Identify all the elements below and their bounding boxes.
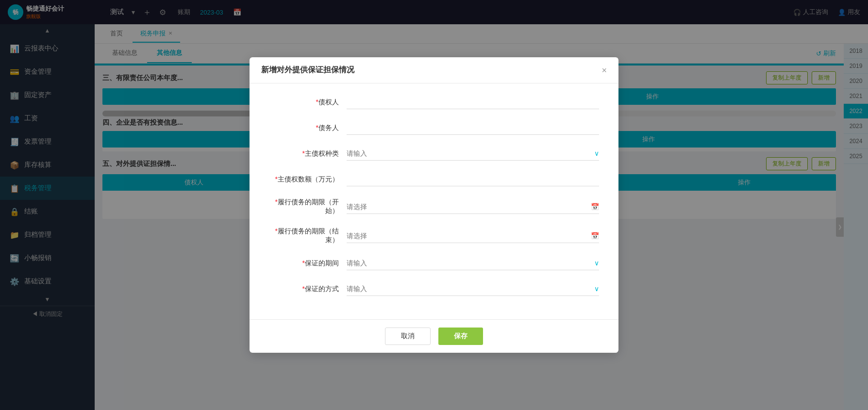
creditor-label: *债权人 <box>269 98 347 107</box>
guarantee-period-select[interactable]: ∨ <box>347 256 599 270</box>
app-container: 畅 畅捷通好会计 旗舰版 测试 ▾ ＋ ⚙ 账期 2023-03 📅 🎧 人工咨… <box>0 0 868 410</box>
modal-title: 新增对外提供保证担保情况 <box>261 65 354 75</box>
chevron-down-icon-2: ∨ <box>594 259 599 267</box>
period-end-row: *履行债务的期限（结束） 📅 <box>269 227 599 245</box>
modal-close-button[interactable]: × <box>601 66 607 75</box>
calendar-end-icon[interactable]: 📅 <box>591 232 599 240</box>
chevron-down-icon: ∨ <box>594 149 599 157</box>
cancel-button[interactable]: 取消 <box>385 328 431 345</box>
save-button[interactable]: 保存 <box>438 328 483 345</box>
period-start-label: *履行债务的期限（开始） <box>269 198 347 215</box>
modal-overlay: 新增对外提供保证担保情况 × *债权人 *债务人 <box>0 0 868 410</box>
modal-header: 新增对外提供保证担保情况 × <box>250 57 618 83</box>
claim-type-label: *主债权种类 <box>269 149 347 158</box>
chevron-down-icon-3: ∨ <box>594 285 599 293</box>
modal-footer: 取消 保存 <box>250 319 618 353</box>
modal-dialog: 新增对外提供保证担保情况 × *债权人 *债务人 <box>250 57 618 353</box>
creditor-row: *债权人 <box>269 95 599 109</box>
guarantee-method-input[interactable] <box>347 282 594 295</box>
guarantee-period-label: *保证的期间 <box>269 259 347 268</box>
modal-body: *债权人 *债务人 *主债权种类 <box>250 83 618 319</box>
period-start-date[interactable]: 📅 <box>347 200 599 214</box>
creditor-input[interactable] <box>347 95 599 109</box>
guarantee-period-input[interactable] <box>347 256 594 270</box>
debtor-input[interactable] <box>347 121 599 135</box>
claim-type-select[interactable]: ∨ <box>347 147 599 161</box>
claim-type-input[interactable] <box>347 147 594 160</box>
guarantee-period-row: *保证的期间 ∨ <box>269 256 599 270</box>
claim-amount-label: *主债权数额（万元） <box>269 175 347 184</box>
guarantee-method-label: *保证的方式 <box>269 285 347 294</box>
debtor-row: *债务人 <box>269 121 599 135</box>
period-end-label: *履行债务的期限（结束） <box>269 227 347 245</box>
period-end-date[interactable]: 📅 <box>347 229 599 243</box>
claim-amount-input[interactable] <box>347 172 599 186</box>
claim-amount-row: *主债权数额（万元） <box>269 172 599 186</box>
calendar-start-icon[interactable]: 📅 <box>591 203 599 211</box>
claim-type-row: *主债权种类 ∨ <box>269 147 599 161</box>
guarantee-method-row: *保证的方式 ∨ <box>269 282 599 296</box>
period-end-input[interactable] <box>347 229 591 243</box>
guarantee-method-select[interactable]: ∨ <box>347 282 599 296</box>
period-start-input[interactable] <box>347 200 591 213</box>
debtor-label: *债务人 <box>269 124 347 132</box>
period-start-row: *履行债务的期限（开始） 📅 <box>269 198 599 215</box>
